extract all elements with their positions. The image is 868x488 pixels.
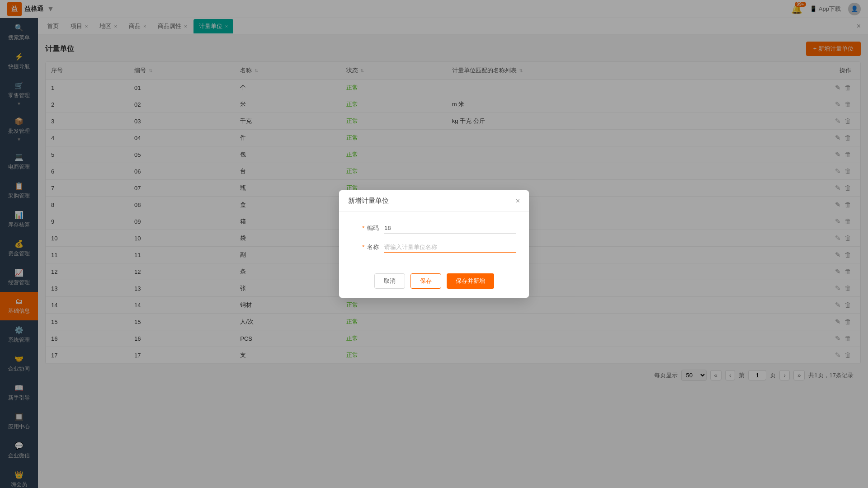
code-input[interactable] xyxy=(384,223,516,234)
code-required-mark: * xyxy=(362,225,364,231)
dialog-title: 新增计量单位 xyxy=(348,197,389,205)
name-input[interactable] xyxy=(384,242,516,253)
form-row-name: * 名称 xyxy=(352,242,516,253)
save-and-new-button[interactable]: 保存并新增 xyxy=(447,273,494,289)
code-label: * 编码 xyxy=(352,224,379,232)
dialog-header: 新增计量单位 × xyxy=(339,190,529,212)
modal-overlay: 新增计量单位 × * 编码 * 名称 取消 保存 保存并新增 xyxy=(0,0,868,488)
add-unit-dialog: 新增计量单位 × * 编码 * 名称 取消 保存 保存并新增 xyxy=(339,190,529,298)
dialog-close-button[interactable]: × xyxy=(516,197,520,205)
dialog-body: * 编码 * 名称 xyxy=(339,212,529,268)
save-button[interactable]: 保存 xyxy=(410,273,441,289)
form-row-code: * 编码 xyxy=(352,223,516,234)
name-required-mark: * xyxy=(362,244,364,250)
cancel-button[interactable]: 取消 xyxy=(374,273,405,289)
name-label: * 名称 xyxy=(352,243,379,251)
dialog-footer: 取消 保存 保存并新增 xyxy=(339,268,529,298)
